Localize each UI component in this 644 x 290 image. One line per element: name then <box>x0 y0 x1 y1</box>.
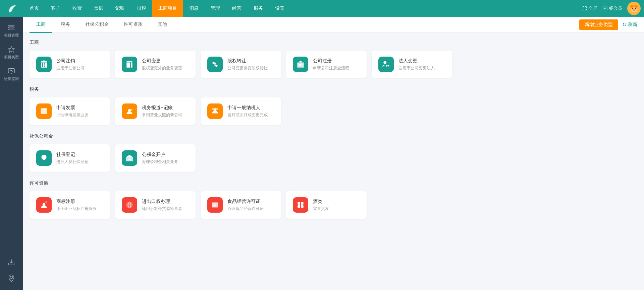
svg-rect-36 <box>298 202 300 205</box>
card-alcohol[interactable]: 酒类 零售批发 <box>286 191 367 219</box>
card-desc-company-cancel: 适用于注销公司 <box>56 65 85 71</box>
card-desc-general-taxpayer: 当月或次月成变更完成 <box>227 112 268 118</box>
card-desc-company-register: 申请公司注册全流程 <box>313 65 349 71</box>
card-icon-company-register <box>293 57 308 72</box>
card-desc-legal-person-change: 适用于公司变更法人 <box>398 65 435 71</box>
card-desc-tax-report: 拿到营业执照的新公司 <box>142 112 182 118</box>
svg-rect-0 <box>603 7 607 10</box>
card-title-housing-fund: 公积金开户 <box>142 152 178 158</box>
fullscreen-button[interactable]: 全屏 <box>582 5 597 11</box>
section-title-xuke: 许可资质 <box>30 180 637 186</box>
member-button[interactable]: 畅会员 <box>602 5 622 11</box>
svg-rect-31 <box>128 159 131 160</box>
card-title-legal-person-change: 法人变更 <box>398 58 435 64</box>
nav-client[interactable]: 客户 <box>45 0 66 17</box>
nav-account[interactable]: 记账 <box>109 0 131 17</box>
content-area: 工商 税务 社保公积金 许可资质 其他 新增业务类型 ↻ 刷新 工商 <box>23 17 644 290</box>
new-type-button[interactable]: 新增业务类型 <box>579 19 618 30</box>
cards-shuiwu: 申请发票 办理申请发票业务 税务报道+记账 拿到营业执照的新公司 <box>30 97 637 125</box>
sidebar-download-icon[interactable] <box>4 255 18 269</box>
sidebar-item-project-manage[interactable]: 项目管理 <box>0 20 23 42</box>
tab-shebao[interactable]: 社保公积金 <box>78 17 115 33</box>
nav-biz[interactable]: 工商项目 <box>152 0 183 17</box>
svg-rect-9 <box>9 25 14 26</box>
card-general-taxpayer[interactable]: 申请一般纳税人 当月或次月成变更完成 <box>201 97 281 125</box>
top-navigation: 首页 客户 收费 票据 记账 报税 工商项目 消息 管理 经营 服务 设置 全屏… <box>0 0 644 17</box>
card-icon-housing-fund <box>122 150 137 166</box>
sidebar-bottom <box>4 255 18 290</box>
tab-qita[interactable]: 其他 <box>151 17 174 33</box>
card-desc-alcohol: 零售批发 <box>313 206 329 212</box>
card-desc-social-insurance: 进行人员社保登记 <box>56 159 89 165</box>
nav-settings[interactable]: 设置 <box>269 0 290 17</box>
main-content: 工商 公司注销 适用于注销公司 <box>23 33 644 290</box>
card-desc-invoice: 办理申请发票业务 <box>56 112 89 118</box>
card-import-export[interactable]: 进出口权办理 适用于对外贸易经营者 <box>115 191 196 219</box>
section-title-shuiwu: 税务 <box>30 86 637 92</box>
card-company-cancel[interactable]: 公司注销 适用于注销公司 <box>30 51 110 78</box>
tab-actions: 新增业务类型 ↻ 刷新 <box>579 19 637 30</box>
card-icon-import-export <box>122 197 137 213</box>
card-title-company-change: 公司变更 <box>142 58 182 64</box>
sidebar-item-progress-monitor[interactable]: 进度监测 <box>0 64 23 85</box>
tab-shuiwu[interactable]: 税务 <box>54 17 77 33</box>
nav-bill[interactable]: 票据 <box>88 0 109 17</box>
tab-gongshang[interactable]: 工商 <box>30 17 52 33</box>
card-invoice[interactable]: 申请发票 办理申请发票业务 <box>30 97 110 125</box>
nav-menu: 首页 客户 收费 票据 记账 报税 工商项目 消息 管理 经营 服务 设置 <box>23 0 582 17</box>
card-title-general-taxpayer: 申请一般纳税人 <box>227 105 268 111</box>
refresh-button[interactable]: ↻ 刷新 <box>622 21 637 28</box>
card-icon-legal-person-change <box>378 57 394 72</box>
nav-fee[interactable]: 收费 <box>66 0 88 17</box>
svg-rect-11 <box>9 29 14 30</box>
cards-shebao: 社保登记 进行人员社保登记 公积金开户 办理公积金相关业务 <box>30 144 637 172</box>
svg-point-32 <box>129 157 130 158</box>
card-legal-person-change[interactable]: 法人变更 适用于公司变更法人 <box>372 51 452 78</box>
card-title-import-export: 进出口权办理 <box>142 199 182 205</box>
card-desc-food-license: 办理食品经营许可证 <box>227 206 264 212</box>
card-social-insurance[interactable]: 社保登记 进行人员社保登记 <box>30 144 110 172</box>
app-logo <box>3 3 20 14</box>
section-title-shebao: 社保公积金 <box>30 133 637 139</box>
avatar[interactable] <box>627 2 641 15</box>
svg-point-29 <box>212 108 214 110</box>
card-tax-report[interactable]: 税务报道+记账 拿到营业执照的新公司 <box>115 97 196 125</box>
card-title-invoice: 申请发票 <box>56 105 89 111</box>
card-icon-trademark <box>36 197 52 213</box>
nav-service[interactable]: 服务 <box>248 0 269 17</box>
nav-operation[interactable]: 经营 <box>226 0 248 17</box>
card-icon-social-insurance <box>36 150 52 166</box>
card-housing-fund[interactable]: 公积金开户 办理公积金相关业务 <box>115 144 196 172</box>
nav-message[interactable]: 消息 <box>183 0 205 17</box>
card-trademark[interactable]: 商标注册 用于企业商标注册服务 <box>30 191 110 219</box>
main-layout: 项目管理 项目类型 进度监测 <box>0 17 644 290</box>
card-desc-equity-transfer: 公司变更需要股权转让 <box>227 65 268 71</box>
svg-point-26 <box>131 109 132 111</box>
nav-manage[interactable]: 管理 <box>205 0 226 17</box>
card-icon-general-taxpayer <box>207 103 223 119</box>
svg-point-22 <box>383 61 386 64</box>
card-title-company-register: 公司注册 <box>313 58 349 64</box>
svg-point-25 <box>128 109 131 112</box>
card-icon-tax-report <box>122 103 137 119</box>
card-food-license[interactable]: 食品经营许可证 办理食品经营许可证 <box>201 191 281 219</box>
card-desc-trademark: 用于企业商标注册服务 <box>56 206 97 212</box>
svg-rect-37 <box>301 202 304 205</box>
card-company-register[interactable]: 公司注册 申请公司注册全流程 <box>286 51 367 78</box>
nav-right-area: 全屏 畅会员 <box>582 2 641 15</box>
sidebar-location-icon[interactable] <box>4 271 18 285</box>
tab-bar: 工商 税务 社保公积金 许可资质 其他 新增业务类型 ↻ 刷新 <box>23 17 644 33</box>
card-title-equity-transfer: 股权转让 <box>227 58 268 64</box>
nav-home[interactable]: 首页 <box>23 0 45 17</box>
card-equity-transfer[interactable]: 股权转让 公司变更需要股权转让 <box>201 51 281 78</box>
svg-rect-38 <box>298 205 300 208</box>
svg-marker-12 <box>8 47 14 52</box>
card-company-change[interactable]: 公司变更 股权变更外的业务变更 <box>115 51 196 78</box>
nav-tax[interactable]: 报税 <box>131 0 152 17</box>
sidebar: 项目管理 项目类型 进度监测 <box>0 17 23 290</box>
card-title-tax-report: 税务报道+记账 <box>142 105 182 111</box>
svg-rect-39 <box>301 205 304 208</box>
tab-xuke[interactable]: 许可资质 <box>117 17 149 33</box>
sidebar-item-project-type[interactable]: 项目类型 <box>0 42 23 64</box>
svg-point-1 <box>604 8 606 9</box>
